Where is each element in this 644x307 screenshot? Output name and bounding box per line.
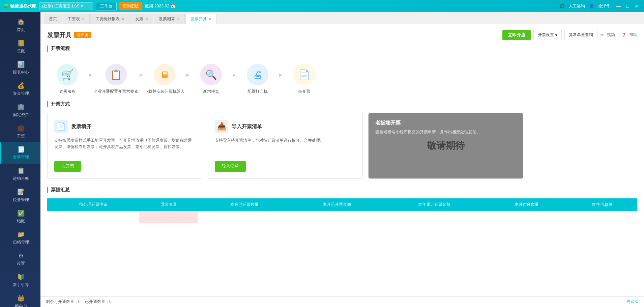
period-calendar-icon[interactable]: 📅 bbox=[171, 4, 176, 8]
summary-cell-abnormal: -- bbox=[139, 211, 198, 223]
sidebar-label-archive: 归档管理 bbox=[13, 240, 29, 245]
boss-card-title: 老板端开票 bbox=[375, 120, 516, 126]
tab-invoice[interactable]: 发票 ✕ bbox=[130, 14, 153, 24]
open-settings-label: 开票设置 bbox=[538, 32, 554, 38]
sidebar-item-assets[interactable]: 🏢 固定资产 bbox=[0, 100, 40, 121]
workspace-button[interactable]: 工作台 bbox=[96, 2, 117, 10]
tab-salary-table-label: 工资表 bbox=[68, 16, 80, 22]
summary-table-header-row: 待处理开票申请 异常单量 本月已开票数量 本月已开票金额 本年累计开票金额 本月… bbox=[47, 198, 637, 211]
process-step-taxbox[interactable]: 🔍 新增税盘 bbox=[191, 64, 231, 94]
boss-card-desc: 查看老板端小程序提交的开票申请，并作出相应处理意见。 bbox=[375, 129, 516, 135]
process-section-title: 开票流程 bbox=[47, 46, 637, 52]
minimize-button[interactable]: — bbox=[614, 3, 623, 9]
sidebar-item-home[interactable]: 🏠 首页 bbox=[0, 15, 40, 36]
close-button[interactable]: ✕ bbox=[633, 3, 641, 9]
ledger-icon: 📒 bbox=[17, 39, 25, 47]
tab-home[interactable]: 首页 bbox=[44, 14, 62, 24]
open-settings-button[interactable]: 开票设置 ▾ bbox=[533, 30, 562, 40]
top-bar-left: 🧩 畅捷通易代账 (处别) 江西服室-LSS ▾ 工作台 切到旧版 账期 202… bbox=[3, 2, 176, 10]
import-card-desc: 支持导入待开票清单，可对待开票清单进行拆分、合并处理。 bbox=[215, 137, 356, 154]
process-step-setup[interactable]: 📋 企业开通配置开票六要素 bbox=[94, 64, 138, 94]
sidebar-item-archive[interactable]: 📁 归档管理 bbox=[0, 227, 40, 249]
download-robot-icon-wrap: 🖥 bbox=[154, 64, 175, 85]
page-content: 发票开具 待开通 立即开通 开票设置 ▾ 异常单量查询 👁 视频 | ❓ 帮助 bbox=[40, 24, 644, 296]
tab-invoice-close[interactable]: ✕ bbox=[145, 17, 148, 21]
sidebar-label-assets: 固定资产 bbox=[13, 112, 29, 118]
immediate-open-button[interactable]: 立即开通 bbox=[502, 30, 531, 40]
sidebar-item-invoice[interactable]: 🧾 发票管理 bbox=[0, 142, 40, 164]
sidebar-item-guide[interactable]: 🔰 新手引导 bbox=[0, 270, 40, 291]
sidebar-label-report: 报表中心 bbox=[13, 69, 29, 75]
process-step-open[interactable]: 📄 去开票 bbox=[284, 64, 324, 94]
period-value[interactable]: 2023-02 bbox=[154, 4, 169, 8]
abnormal-query-button[interactable]: 异常单量查询 bbox=[564, 30, 597, 40]
tab-invoice-tool[interactable]: 发票开具 ✕ bbox=[185, 14, 216, 24]
support-label[interactable]: 人工咨询 bbox=[569, 3, 585, 9]
company-name: 江西服室-LSS bbox=[54, 3, 80, 9]
enterprise-setup-label: 企业开通配置开票六要素 bbox=[94, 89, 138, 94]
company-dropdown-icon: ▾ bbox=[81, 4, 83, 8]
summary-col-month-amount: 本月已开票金额 bbox=[291, 198, 383, 211]
views-label[interactable]: 视频 bbox=[607, 32, 615, 38]
sidebar-item-report[interactable]: 📊 报表中心 bbox=[0, 57, 40, 79]
question-icon: ❓ bbox=[621, 33, 626, 37]
tab-salary-table[interactable]: 工资表 ✕ bbox=[63, 14, 90, 24]
summary-col-month-count: 本月已开票数量 bbox=[198, 198, 290, 211]
billing-section-title: 开票方式 bbox=[47, 101, 637, 107]
arrow-2 bbox=[138, 71, 144, 79]
config-printer-icon-wrap: 🖨 bbox=[247, 64, 268, 85]
app-logo-text: 畅捷通易代账 bbox=[10, 3, 36, 9]
sidebar-item-tax[interactable]: 📝 税务管理 bbox=[0, 185, 40, 206]
buy-service-icon-wrap: 🛒 bbox=[57, 64, 78, 85]
arrow-3 bbox=[185, 71, 191, 79]
settings-icon: ⚙ bbox=[18, 252, 24, 259]
download-robot-icon: 🖥 bbox=[160, 69, 169, 80]
billing-card-manual: 📄 发票填开 支持按照发票样式手工填写开发票；可开具增值税电子普通发票、增值税普… bbox=[47, 113, 202, 179]
purchase-icon: 📋 bbox=[17, 167, 25, 174]
sidebar-label-purchase: 进销台账 bbox=[13, 176, 29, 182]
member-icon: 👑 bbox=[17, 295, 25, 302]
summary-table-data-row: -- -- -- -- -- -- -- bbox=[47, 211, 637, 223]
process-step-printer[interactable]: 🖨 配置打印机 bbox=[237, 64, 278, 94]
manual-card-icon: 📄 bbox=[54, 120, 68, 133]
top-bar-right: 🎧 人工咨询 👤 徐泽华 — □ ✕ bbox=[560, 3, 641, 9]
arrow-5 bbox=[278, 71, 284, 79]
tab-invoice-tool-close[interactable]: ✕ bbox=[209, 17, 211, 21]
sidebar-item-purchase[interactable]: 📋 进销台账 bbox=[0, 164, 40, 185]
sidebar-label-settings: 设置 bbox=[17, 261, 25, 267]
import-icon: 📥 bbox=[217, 122, 226, 131]
import-goto-button[interactable]: 导入清单 bbox=[215, 161, 246, 172]
process-step-buy[interactable]: 🛒 购买服务 bbox=[47, 64, 88, 94]
help-label[interactable]: 帮助 bbox=[629, 32, 637, 38]
add-taxbox-label: 新增税盘 bbox=[203, 89, 219, 94]
company-selector[interactable]: (处别) 江西服室-LSS ▾ bbox=[39, 2, 93, 10]
retro-button[interactable]: 切到旧版 bbox=[119, 2, 142, 10]
maximize-button[interactable]: □ bbox=[624, 3, 631, 9]
tab-invoice-calc[interactable]: 发票测算 ✕ bbox=[154, 14, 185, 24]
summary-col-red-info: 红字信息单 bbox=[567, 198, 637, 211]
sidebar-item-ledger[interactable]: 📒 总账 bbox=[0, 36, 40, 57]
tab-invoice-calc-close[interactable]: ✕ bbox=[177, 17, 180, 21]
page-title-row: 发票开具 待开通 bbox=[47, 31, 91, 39]
settlement-icon: ✅ bbox=[17, 210, 25, 217]
user-name[interactable]: 徐泽华 bbox=[598, 3, 610, 9]
sidebar-item-settings[interactable]: ⚙ 设置 bbox=[0, 249, 40, 270]
tab-salary-table-close[interactable]: ✕ bbox=[82, 17, 85, 21]
buy-link[interactable]: 去购买 bbox=[626, 299, 639, 305]
sidebar-item-member[interactable]: 👑 畅会员 bbox=[0, 291, 40, 307]
sidebar-item-funds[interactable]: 💰 资金管理 bbox=[0, 79, 40, 100]
tab-salary-report-close[interactable]: ✕ bbox=[122, 17, 124, 21]
period-label: 账期 bbox=[145, 3, 153, 9]
process-step-download[interactable]: 🖥 下载并安装开票机器人 bbox=[144, 64, 185, 94]
manual-goto-button[interactable]: 去开票 bbox=[54, 161, 81, 172]
process-flow: 🛒 购买服务 📋 企业开通配置开票六要素 🖥 下载并安装开票 bbox=[47, 57, 637, 101]
sidebar-label-home: 首页 bbox=[17, 27, 25, 33]
sidebar-label-guide: 新手引导 bbox=[13, 282, 29, 288]
tab-invoice-calc-label: 发票测算 bbox=[159, 16, 175, 22]
view-icon: 👁 bbox=[600, 33, 604, 37]
sidebar-item-salary[interactable]: 💼 工资 bbox=[0, 121, 40, 142]
summary-cell-year-amount: -- bbox=[383, 211, 486, 223]
sidebar-item-settlement[interactable]: ✅ 结账 bbox=[0, 206, 40, 227]
tab-salary-report[interactable]: 工资统计报表 ✕ bbox=[90, 14, 129, 24]
sidebar-label-funds: 资金管理 bbox=[13, 91, 29, 96]
